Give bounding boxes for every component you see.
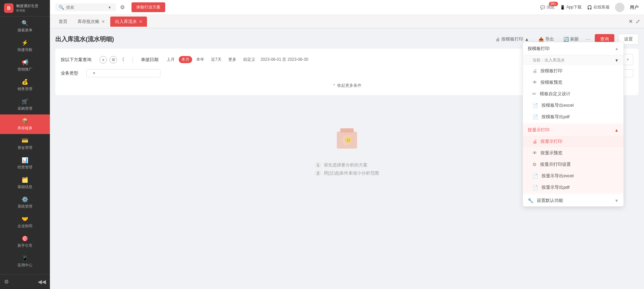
sidebar-collapse-icon[interactable]: ◀◀ [38,279,46,285]
online-service-button[interactable]: 🎧 在线客服 [587,4,610,10]
page-title: 出入库流水(流水明细) [55,35,114,43]
user-avatar[interactable] [615,3,624,12]
finance-icon: 💳 [22,137,28,144]
display-excel-icon: 📄 [532,173,538,179]
template-print-label: 按模板打印 [540,68,562,74]
filter-collapse-icon[interactable]: 《 [120,57,124,63]
default-settings-label: 设置默认功能 [537,198,563,204]
sidebar-item-appstore[interactable]: 📱 应用中心 [0,252,50,271]
sidebar-label-inventory: 库存核算 [18,126,32,131]
print-template-label: 按模板打印 [501,36,523,42]
purchase-icon: 🛒 [22,98,28,105]
date-tab-current-month[interactable]: 本月 [179,56,192,63]
sidebar-item-system[interactable]: ⚙️ 系统管理 [0,193,50,212]
main-area: 🔍 ▾ ⚙ 体验行业方案 💬 消息 99+ 📱 App下载 🎧 在线客服 [50,0,644,289]
basic-icon: 🗂️ [22,177,28,183]
marketing-icon: 📢 [22,59,28,65]
sidebar-item-marketing[interactable]: 📢 营销推广 [0,56,50,75]
dropdown-item-template-pdf[interactable]: 📄 按模板导出pdf [523,111,623,123]
pdf-icon: 📄 [532,114,538,120]
export-label: 导出 [545,36,554,42]
date-tab-more[interactable]: 更多 [226,56,239,63]
current-arrow: ▼ [615,58,619,63]
sidebar-label-search: 搜索菜单 [18,28,32,33]
search-dropdown-arrow[interactable]: ▾ [109,5,111,10]
sidebar-item-purchase[interactable]: 🛒 采购管理 [0,95,50,114]
date-tabs: 上月 本月 本年 近7天 更多 自定义 [164,56,258,63]
tab-flow-label: 出入库流水 [115,19,137,25]
date-tab-last-month[interactable]: 上月 [164,56,177,63]
app-version: 标准版 [16,8,38,13]
template-custom-label: 模板自定义设计 [540,91,570,97]
business-type-select[interactable]: ▼ [86,69,160,77]
user-name[interactable]: 用户 [630,4,639,10]
window-controls: ✕ ⤢ [628,18,640,25]
template-pdf-label: 按模板导出pdf [541,114,569,120]
search-icon: 🔍 [59,5,64,10]
search-input[interactable] [66,5,107,10]
sidebar-item-operations[interactable]: 📊 经营管理 [0,154,50,173]
template-section: 🖨 按模板打印 👁 按模板预览 ✏ 模板自定义设计 📄 按模板导出excel [523,65,623,123]
date-tab-7days[interactable]: 近7天 [208,56,224,63]
tab-flow[interactable]: 出入库流水 ✕ [110,17,147,27]
dropdown-item-default-settings[interactable]: 🔧 设置默认功能 ▼ [523,195,623,206]
biz-type-more[interactable]: ▼ [92,71,96,76]
industry-solution-button[interactable]: 体验行业方案 [131,2,165,12]
sidebar-label-marketing: 营销推广 [18,67,32,72]
printer-small-icon: 🖨 [532,68,537,74]
filter-add-button[interactable]: + [99,56,107,63]
dropdown-item-display-preview[interactable]: 👁 按显示预览 [523,147,623,159]
template-excel-label: 按模板导出excel [541,102,574,108]
display-section: 🖨 按显示打印 👁 按显示预览 ⚙ 按显示打印设置 📄 按显示导出excel [523,136,623,193]
filter-scheme-label: 按以下方案查询 [61,57,91,63]
topbar-settings-icon[interactable]: ⚙ [120,4,125,10]
tab-batch[interactable]: 库存批次账 ✕ [73,17,110,27]
print-dropdown-panel: 按模板打印 ▲ 当前：出入库流水 ▼ 🖨 按模板打印 👁 按模板预览 [523,42,624,207]
dropdown-item-display-pdf[interactable]: 📄 按显示导出pdf [523,182,623,193]
app-download-button[interactable]: 📱 App下载 [560,4,582,10]
dropdown-item-display-settings[interactable]: ⚙ 按显示打印设置 [523,159,623,170]
sidebar-logo: B 畅捷通好生意 标准版 [0,0,50,17]
display-settings-label: 按显示打印设置 [540,161,571,167]
default-settings-arrow: ▼ [614,198,619,203]
sidebar-item-inventory[interactable]: 📦 库存核算 [0,114,50,134]
dropdown-item-template-excel[interactable]: 📄 按模板导出excel [523,100,623,111]
app-download-label: App下载 [566,4,582,10]
enterprise-icon: 🤝 [22,216,28,222]
sidebar-item-basic[interactable]: 🗂️ 基础信息 [0,173,50,193]
display-section-header[interactable]: 按显示打印 ▲ [523,124,623,136]
dropdown-header: 按模板打印 ▲ [523,42,623,55]
dropdown-close-arrow[interactable]: ▲ [615,46,619,51]
dropdown-item-template-print[interactable]: 🖨 按模板打印 [523,65,623,77]
window-maximize-icon[interactable]: ⤢ [636,18,640,25]
sidebar-item-sales[interactable]: 💰 销售管理 [0,75,50,95]
dropdown-item-display-print[interactable]: 🖨 按显示打印 [523,136,623,147]
dropdown-item-template-preview[interactable]: 👁 按模板预览 [523,77,623,88]
sidebar-item-wechat[interactable]: 💬 企业微信 [0,271,50,274]
sidebar-item-enterprise[interactable]: 🤝 企业协同 [0,212,50,232]
message-button[interactable]: 💬 消息 99+ [540,4,555,10]
date-tab-current-year[interactable]: 本年 [194,56,207,63]
tab-batch-label: 库存批次账 [78,19,99,25]
tab-flow-close[interactable]: ✕ [139,19,142,24]
page-content-area: 出入库流水(流水明细) 🖨 按模板打印 ▲ 📤 导出 🔄 [50,28,644,289]
filter-settings-button[interactable]: ⚙ [110,56,117,63]
window-close-icon[interactable]: ✕ [628,18,633,25]
app-download-icon: 📱 [560,5,565,10]
sidebar-item-guide[interactable]: 🎯 新手引导 [0,232,50,252]
sidebar-item-finance[interactable]: 💳 资金管理 [0,134,50,154]
appstore-icon: 📱 [22,255,28,261]
filter-action-buttons: + ⚙ 《 [99,56,124,63]
dropdown-item-template-custom[interactable]: ✏ 模板自定义设计 [523,88,623,100]
dropdown-item-display-excel[interactable]: 📄 按显示导出excel [523,170,623,182]
tab-batch-close[interactable]: ✕ [101,19,105,24]
sidebar-settings-icon[interactable]: ⚙ [4,279,9,285]
app-name: 畅捷通好生意 [16,3,38,8]
current-label: 当前：出入库流水 [532,57,565,63]
topbar-search-box[interactable]: 🔍 ▾ [55,3,116,11]
tab-home[interactable]: 首页 [54,17,72,27]
template-preview-label: 按模板预览 [540,79,562,85]
date-tab-custom[interactable]: 自定义 [240,56,258,63]
sidebar-item-search[interactable]: 🔍 搜索菜单 [0,17,50,36]
sidebar-item-shortcut[interactable]: ⚡ 快捷导航 [0,36,50,56]
